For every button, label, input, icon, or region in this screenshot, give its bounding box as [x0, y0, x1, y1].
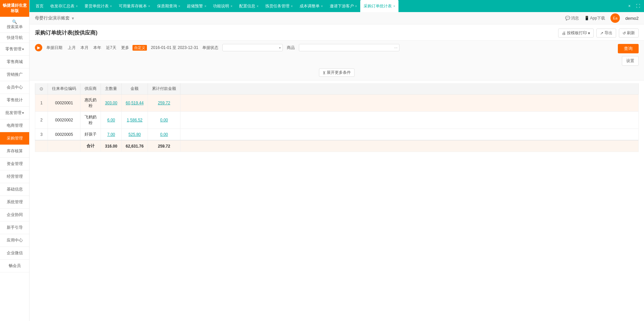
status-label: 单据状态	[202, 45, 218, 51]
expand-more-button[interactable]: ⊻ 展开更多条件	[319, 68, 355, 77]
goods-input-wrapper: ···	[299, 44, 399, 51]
footer-total-label: 合计	[80, 140, 101, 152]
close-function-desc[interactable]: ×	[230, 4, 232, 8]
page-header: 采购订单统计表(按供应商) 🖨 按模板打印 ▾ ↗ 导出 ↺ 刷新	[30, 24, 644, 41]
settings-button[interactable]: 设置	[622, 56, 639, 66]
page-title: 采购订单统计表(按供应商)	[35, 30, 98, 37]
col-supplier: 供应商	[80, 83, 101, 95]
table-row: 2 00020002 飞鹤奶粉 6.00 1,586.52 0.00	[35, 112, 639, 129]
shortcut-this-month[interactable]: 本月	[79, 44, 90, 51]
footer-quantity: 316.00	[101, 140, 122, 152]
sidebar-item-wholesale[interactable]: 批发管理▾	[0, 107, 29, 119]
print-button[interactable]: 🖨 按模板打印 ▾	[558, 29, 594, 38]
sidebar-item-system[interactable]: 系统管理	[0, 196, 29, 209]
close-pick-task[interactable]: ×	[291, 4, 293, 8]
row-amount-1[interactable]: 60,519.44	[121, 95, 148, 112]
page-container: 采购订单统计表(按供应商) 🖨 按模板打印 ▾ ↗ 导出 ↺ 刷新	[30, 24, 644, 321]
industry-dropdown-icon[interactable]: ▾	[72, 16, 74, 21]
status-select-wrapper	[222, 44, 283, 51]
filter-toggle-arrow[interactable]: ▶	[35, 44, 42, 51]
sidebar-item-finance[interactable]: 资金管理	[0, 158, 29, 170]
nav-home[interactable]: 首页	[32, 0, 47, 12]
message-button[interactable]: 💬 消息	[565, 15, 579, 21]
close-all-btn[interactable]: ×	[627, 3, 632, 9]
nav-shelf-life[interactable]: 保质期查询 ×	[154, 0, 184, 12]
shortcut-7days[interactable]: 近7天	[105, 44, 118, 51]
sidebar: 畅捷通好生意 标版 🔍 搜索菜单 快捷导航 零售管理▾ 零售商城 营销推广 会员…	[0, 0, 30, 321]
close-invite-downstream[interactable]: ×	[355, 4, 357, 8]
row-quantity-3[interactable]: 7.00	[101, 129, 122, 141]
row-paid-2[interactable]: 0.00	[148, 112, 180, 129]
nav-pick-task[interactable]: 拣货任务管理 ×	[262, 0, 296, 12]
sidebar-item-collab[interactable]: 企业协同	[0, 209, 29, 221]
query-button[interactable]: 查询	[618, 44, 639, 53]
row-quantity-2[interactable]: 6.00	[101, 112, 122, 129]
nav-config[interactable]: 配置信息 ×	[236, 0, 262, 12]
nav-overstock[interactable]: 超储预警 ×	[183, 0, 210, 12]
goods-input-dots[interactable]: ···	[394, 45, 397, 50]
footer-empty	[35, 140, 48, 152]
sidebar-item-retail-shop[interactable]: 零售商城	[0, 56, 29, 68]
filter-row-1: 单据日期 上月 本月 本年 近7天 更多 自定义 2016-01-01 至 20…	[46, 44, 614, 51]
row-amount-3[interactable]: 525.80	[121, 129, 148, 141]
sidebar-item-ecommerce[interactable]: 电商管理	[0, 119, 29, 132]
close-order-stats[interactable]: ×	[110, 4, 112, 8]
close-config[interactable]: ×	[257, 4, 259, 8]
nav-stock-summary[interactable]: 收发存汇总表 ×	[47, 0, 81, 12]
sidebar-item-appcenter[interactable]: 应用中心	[0, 234, 29, 247]
industry-label: 母婴行业演示账套	[35, 15, 70, 21]
sidebar-item-members[interactable]: 会员中心	[0, 81, 29, 94]
sidebar-item-retail-stats[interactable]: 零售统计	[0, 94, 29, 107]
row-paid-1[interactable]: 259.72	[148, 95, 180, 112]
col-code: 往来单位编码	[48, 83, 80, 95]
sidebar-item-operations[interactable]: 经营管理	[0, 170, 29, 183]
shortcut-this-year[interactable]: 本年	[92, 44, 103, 51]
close-overstock[interactable]: ×	[204, 4, 206, 8]
footer-extra	[180, 140, 639, 152]
query-area: 查询 设置	[618, 44, 639, 66]
sidebar-search[interactable]: 🔍 搜索菜单	[0, 17, 29, 33]
row-amount-2[interactable]: 1,586.52	[121, 112, 148, 129]
sidebar-item-retail-mgmt[interactable]: 零售管理▾	[0, 43, 29, 56]
row-quantity-1[interactable]: 303.00	[101, 95, 122, 112]
close-inventory-book[interactable]: ×	[148, 4, 150, 8]
maximize-btn[interactable]: ⛶	[635, 3, 641, 9]
nav-cost-adjust[interactable]: 成本调整单 ×	[296, 0, 326, 12]
sidebar-item-marketing[interactable]: 营销推广	[0, 68, 29, 81]
sidebar-item-purchase[interactable]: 采购管理	[0, 132, 29, 145]
close-purchase-stats[interactable]: ×	[393, 4, 395, 8]
row-extra-1	[180, 95, 639, 112]
nav-function-desc[interactable]: 功能说明 ×	[210, 0, 236, 12]
sidebar-item-wechat[interactable]: 企业微信	[0, 247, 29, 260]
shortcut-last-month[interactable]: 上月	[66, 44, 77, 51]
row-supplier-2: 飞鹤奶粉	[80, 112, 101, 129]
nav-purchase-stats[interactable]: 采购订单统计表 ×	[360, 0, 398, 12]
refresh-button[interactable]: ↺ 刷新	[619, 29, 639, 38]
row-paid-3[interactable]: 0.00	[148, 129, 180, 141]
sidebar-shortcut[interactable]: 快捷导航	[0, 33, 29, 43]
close-cost-adjust[interactable]: ×	[321, 4, 323, 8]
sidebar-item-inventory[interactable]: 库存核算	[0, 145, 29, 158]
footer-paid: 259.72	[148, 140, 180, 152]
close-shelf-life[interactable]: ×	[178, 4, 180, 8]
nav-inventory-book[interactable]: 可用量库存账本 ×	[115, 0, 154, 12]
col-settings[interactable]: ⚙	[35, 83, 48, 95]
nav-invite-downstream[interactable]: 邀请下游客户 ×	[326, 0, 361, 12]
export-button[interactable]: ↗ 导出	[596, 29, 616, 38]
top-nav-actions: × ⛶	[627, 3, 641, 9]
close-stock-summary[interactable]: ×	[76, 4, 78, 8]
col-paid: 累计付款金额	[148, 83, 180, 95]
sidebar-item-newbie[interactable]: 新手引导	[0, 221, 29, 234]
status-select[interactable]	[222, 44, 283, 51]
sidebar-item-basics[interactable]: 基础信息	[0, 183, 29, 196]
sidebar-item-vip[interactable]: 畅会员	[0, 260, 29, 272]
refresh-icon: ↺	[623, 31, 626, 36]
footer-label	[48, 140, 80, 152]
app-download-button[interactable]: 📱 App下载	[584, 15, 605, 21]
shortcut-more[interactable]: 更多	[120, 44, 130, 51]
nav-order-stats[interactable]: 要货单统计表 ×	[81, 0, 115, 12]
print-dropdown-icon[interactable]: ▾	[588, 31, 590, 36]
goods-input[interactable]	[299, 44, 399, 51]
table-header-row: ⚙ 往来单位编码 供应商 主数量 金额 累计付款金额	[35, 83, 639, 95]
message-icon: 💬	[565, 16, 570, 20]
